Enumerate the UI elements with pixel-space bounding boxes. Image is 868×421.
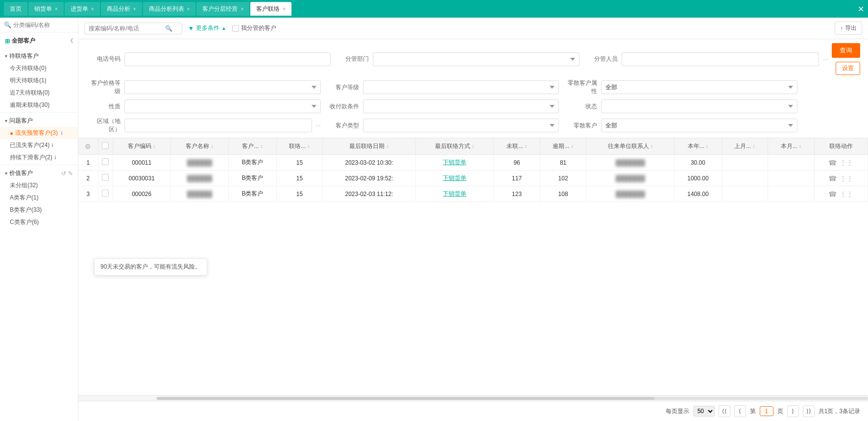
adv-retail-cust-select[interactable]: 全部	[601, 119, 797, 132]
sidebar-group-value[interactable]: ▾ 价值客户 ↺ ✎	[0, 166, 78, 179]
adv-cust-type-select[interactable]	[363, 119, 559, 132]
last-page-btn[interactable]: ⟩⟩	[803, 405, 815, 417]
adv-price-tier-select[interactable]	[124, 80, 321, 94]
adv-region-dots[interactable]: ···	[316, 122, 321, 129]
filter-search-icon[interactable]: 🔍	[165, 25, 172, 32]
row-checkbox-2[interactable]	[102, 174, 109, 181]
th-last-month[interactable]: 上月...	[722, 138, 768, 155]
export-button[interactable]: ↑ 导出	[835, 22, 862, 35]
th-last-date[interactable]: 最后联络日期	[323, 138, 416, 155]
sidebar-root-label: 全部客户	[12, 37, 35, 45]
action-contact-icon-3[interactable]: ☎	[828, 190, 837, 198]
close-window-button[interactable]: ✕	[858, 4, 864, 14]
th-this-month[interactable]: 本月...	[768, 138, 815, 155]
sidebar-item-overdue[interactable]: 逾期未联络(30)	[0, 99, 78, 111]
adv-phone-input[interactable]	[124, 52, 331, 66]
tab-customer-contact-close[interactable]: ×	[283, 6, 286, 12]
th-contact[interactable]: 联络...	[276, 138, 323, 155]
sidebar-collapse-btn[interactable]: 《	[68, 37, 73, 45]
sidebar-group-pending[interactable]: ▾ 待联络客户	[0, 49, 78, 62]
tab-home-label: 首页	[10, 5, 22, 13]
th-name[interactable]: 客户名称	[170, 138, 228, 155]
action-more-icon-3[interactable]: ⋮⋮	[840, 190, 853, 198]
refresh-icon[interactable]: ↺	[61, 170, 66, 177]
sidebar-item-already-lost[interactable]: 已流失客户(24) ℹ	[0, 139, 78, 151]
cell-last-method-2[interactable]: 下销货单	[415, 171, 493, 186]
sidebar-group-problem[interactable]: ▾ 问题客户	[0, 114, 78, 127]
cell-last-method-3[interactable]: 下销货单	[415, 186, 493, 202]
tab-home[interactable]: 首页	[4, 2, 27, 16]
cell-check-1[interactable]	[98, 155, 113, 171]
cell-check-3[interactable]	[98, 186, 113, 202]
filter-my-customers[interactable]: 我分管的客户	[232, 24, 276, 32]
first-page-btn[interactable]: ⟨⟨	[719, 405, 730, 417]
row-checkbox-1[interactable]	[102, 158, 109, 165]
export-icon: ↑	[840, 25, 843, 32]
th-overdue[interactable]: 逾期...	[540, 138, 586, 155]
select-all-checkbox[interactable]	[102, 142, 109, 149]
edit-icon[interactable]: ✎	[68, 170, 73, 177]
prev-page-btn[interactable]: ⟨	[734, 405, 746, 417]
current-page[interactable]: 1	[760, 406, 773, 416]
adv-person-dots[interactable]: ···	[823, 56, 828, 63]
tab-analysis-close[interactable]: ×	[133, 6, 136, 12]
tab-purchase[interactable]: 进货单 ×	[65, 2, 100, 16]
adv-nature-select[interactable]	[124, 99, 321, 113]
sidebar-item-tomorrow[interactable]: 明天待联络(1)	[0, 74, 78, 87]
sidebar-item-class-b[interactable]: B类客户(33)	[0, 204, 78, 216]
cell-last-method-1[interactable]: 下销货单	[415, 155, 493, 171]
filter-search-input[interactable]	[89, 25, 162, 32]
sidebar-root[interactable]: ⊞ 全部客户 《	[0, 33, 78, 49]
settings-button[interactable]: 设置	[836, 62, 860, 75]
adv-status-select[interactable]	[601, 99, 797, 113]
th-unit-contact[interactable]: 往来单位联系人	[586, 138, 675, 155]
tab-purchase-close[interactable]: ×	[91, 6, 94, 12]
adv-phone-field: 电话号码	[86, 52, 331, 66]
tab-analysis-list[interactable]: 商品分析列表 ×	[143, 2, 196, 16]
row-checkbox-3[interactable]	[102, 190, 109, 197]
th-code[interactable]: 客户编码	[113, 138, 170, 155]
adv-dept-select[interactable]	[373, 52, 579, 66]
next-page-btn[interactable]: ⟩	[787, 405, 799, 417]
action-more-icon-1[interactable]: ⋮⋮	[840, 159, 853, 167]
adv-region-input[interactable]	[124, 119, 312, 132]
cell-check-2[interactable]	[98, 171, 113, 186]
sidebar-item-ungrouped[interactable]: 未分组(32)	[0, 179, 78, 192]
checkbox-my[interactable]	[232, 25, 239, 32]
tab-customer-segment[interactable]: 客户分层经营 ×	[196, 2, 249, 16]
tab-analysis-label: 商品分析	[107, 5, 130, 13]
th-no-contact[interactable]: 未联...	[494, 138, 540, 155]
cell-this-month-2	[768, 171, 815, 186]
tab-analysis[interactable]: 商品分析 ×	[101, 2, 142, 16]
action-more-icon-2[interactable]: ⋮⋮	[840, 174, 853, 182]
sidebar-item-declining[interactable]: 持续下滑客户(2) ℹ	[0, 151, 78, 164]
filter-more-btn[interactable]: ▼ 更多条件 ▲	[188, 24, 226, 32]
sidebar-group-value-label: 价值客户	[9, 169, 33, 177]
per-page-select[interactable]: 50	[693, 406, 715, 417]
adv-nature-field: 性质	[86, 99, 321, 113]
sidebar-item-lost-warning[interactable]: ● 流失预警客户(3) ℹ	[0, 127, 78, 139]
cell-last-month-2	[722, 171, 768, 186]
th-type[interactable]: 客户...	[229, 138, 276, 155]
sidebar-search-input[interactable]	[13, 22, 74, 28]
adv-grade-select[interactable]	[363, 80, 559, 94]
table-settings-icon[interactable]: ⚙	[85, 143, 91, 150]
scrollbar-thumb[interactable]	[157, 397, 654, 400]
tab-customer-contact[interactable]: 客户联络 ×	[250, 2, 291, 16]
tab-customer-segment-close[interactable]: ×	[241, 6, 243, 12]
sidebar-item-week[interactable]: 近7天待联络(0)	[0, 87, 78, 99]
query-button[interactable]: 查询	[832, 43, 860, 58]
th-this-year[interactable]: 本年...	[675, 138, 722, 155]
sidebar-item-class-c[interactable]: C类客户(6)	[0, 216, 78, 228]
sidebar-item-today[interactable]: 今天待联络(0)	[0, 62, 78, 74]
sidebar-item-class-a[interactable]: A类客户(1)	[0, 192, 78, 204]
adv-payment-select[interactable]	[363, 99, 559, 113]
tab-sales-close[interactable]: ×	[55, 6, 58, 12]
adv-person-input[interactable]	[622, 52, 819, 66]
th-last-method[interactable]: 最后联络方式	[415, 138, 493, 155]
tab-analysis-list-close[interactable]: ×	[187, 6, 190, 12]
adv-retail-attr-select[interactable]: 全部	[601, 80, 797, 94]
tab-sales[interactable]: 销货单 ×	[28, 2, 64, 16]
action-contact-icon-2[interactable]: ☎	[828, 174, 837, 182]
action-contact-icon-1[interactable]: ☎	[828, 159, 837, 167]
